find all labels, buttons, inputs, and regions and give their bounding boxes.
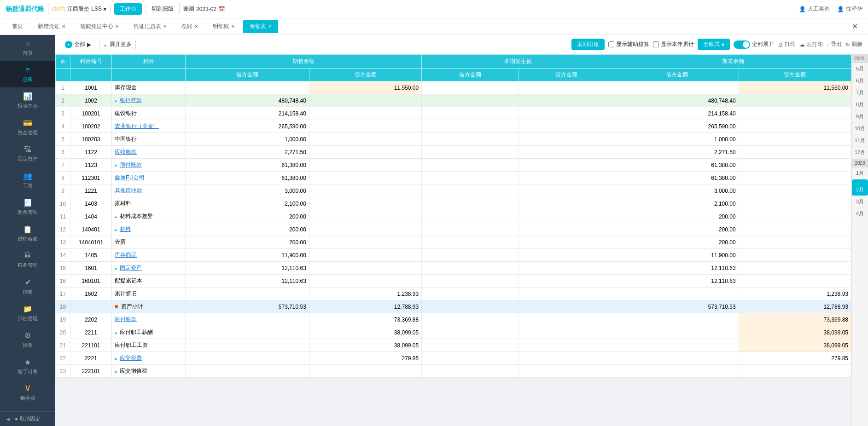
period-month-9[interactable]: 9月	[852, 111, 868, 123]
ytd-input[interactable]	[653, 41, 659, 47]
period-month-5[interactable]: 5月	[852, 63, 868, 75]
expand-icon[interactable]: ▴	[115, 214, 118, 219]
print-button[interactable]: 🖨 打印	[778, 40, 796, 48]
period-month-10[interactable]: 10月	[852, 123, 868, 135]
sidebar-item-settings[interactable]: ⚙ 设置	[0, 327, 55, 353]
tab-smart-center-close[interactable]: ✕	[115, 24, 119, 29]
calendar-icon[interactable]: 📅	[218, 6, 225, 12]
sidebar-item-new-guide[interactable]: ★ 新手引导	[0, 353, 55, 380]
cell-name[interactable]: 库存商品	[112, 249, 186, 262]
cell-amount	[739, 120, 851, 133]
tab-voucher-summary-close[interactable]: ✕	[163, 24, 167, 29]
cell-name[interactable]: ▴ 预付账款	[112, 159, 186, 172]
cell-amount: 73,369.88	[739, 313, 851, 326]
expand-icon[interactable]: ▴	[115, 368, 118, 374]
sidebar-item-home[interactable]: ⌂ 首页	[0, 35, 55, 61]
table-area: ⚙ 科目编号 科目 期初余额 本期发生额 期末余额 借方金额	[55, 54, 851, 426]
tab-general-ledger-close[interactable]: ✕	[194, 24, 198, 29]
tab-detail-ledger[interactable]: 明细账 ✕	[206, 20, 241, 33]
sidebar-item-new-guide-label: 新手引导	[17, 368, 38, 375]
tab-voucher-summary[interactable]: 凭证汇总表 ✕	[127, 20, 173, 33]
cell-name[interactable]: 鑫属EU公司	[112, 172, 186, 184]
sidebar-item-tax-mgmt[interactable]: 🏛 税务管理	[0, 247, 55, 273]
ytd-checkbox[interactable]: 显示本年累计	[653, 40, 694, 48]
company-selector[interactable]: (劳前) 江西股垒-LSS ▾	[48, 4, 111, 14]
period-month-12[interactable]: 12月	[852, 147, 868, 159]
sidebar-item-general-ledger[interactable]: ≡ 总账	[0, 61, 55, 87]
cloud-print-button[interactable]: ☁ 云打印	[799, 40, 823, 48]
cell-amount	[422, 197, 518, 210]
sidebar-item-payroll[interactable]: 👥 工资	[0, 167, 55, 194]
cell-name[interactable]: ▴ 材料	[112, 223, 186, 236]
period-month-6[interactable]: 6月	[852, 75, 868, 87]
helper-accounting-checkbox[interactable]: 显示辅助核算	[608, 40, 649, 48]
helper-accounting-input[interactable]	[608, 41, 614, 47]
expand-button[interactable]: ⌄ 展开更多	[99, 39, 136, 50]
period-month-7[interactable]: 7月	[852, 87, 868, 99]
period-year-2023-top[interactable]: 2023.	[852, 54, 868, 63]
user-name[interactable]: 👤 徐泽华	[837, 5, 862, 13]
cell-amount	[739, 184, 851, 197]
period-year-2023-bottom[interactable]: 2023	[852, 159, 868, 167]
cell-amount: 61,380.00	[186, 159, 309, 172]
return-old-version-button[interactable]: 返回旧版	[571, 39, 605, 50]
workbench-button[interactable]: 工作台	[114, 3, 142, 15]
cell-name[interactable]: 应付账款	[112, 313, 186, 326]
sidebar-item-member[interactable]: V 畅会员	[0, 380, 55, 406]
tab-new-voucher-close[interactable]: ✕	[62, 24, 65, 29]
cell-name[interactable]: ▴ 应交税费	[112, 352, 186, 365]
tab-new-voucher[interactable]: 新增凭证 ✕	[31, 20, 72, 33]
user-service[interactable]: 👤 人工咨询	[799, 5, 830, 13]
cell-amount: 2,100.00	[186, 197, 309, 210]
export-button[interactable]: ↓ 导出	[827, 40, 842, 48]
sidebar-item-settlement[interactable]: ✔ 结账	[0, 273, 55, 300]
sidebar-unpin-button[interactable]: ◄ ◄ 取消固定	[0, 412, 55, 426]
period-month-8[interactable]: 8月	[852, 99, 868, 111]
cell-name[interactable]: 应收账款	[112, 146, 186, 159]
sidebar-item-purchase-ledger[interactable]: 📋 进销台账	[0, 220, 55, 247]
old-version-button[interactable]: 切到旧版	[146, 3, 180, 15]
sidebar-item-invoice-mgmt[interactable]: 🧾 发票管理	[0, 194, 55, 220]
toggle-switch[interactable]	[734, 40, 750, 49]
sidebar-item-archive-mgmt[interactable]: 📁 归档管理	[0, 300, 55, 327]
sidebar-item-fixed-assets[interactable]: 🏗 固定资产	[0, 141, 55, 167]
tab-home[interactable]: 首页	[6, 20, 29, 33]
cell-name[interactable]: ▴ 银行存款	[112, 94, 186, 107]
expand-icon[interactable]: ▴	[115, 162, 118, 167]
cell-name: ■ 资产小计	[112, 300, 186, 313]
tab-smart-center[interactable]: 智能凭证中心 ✕	[74, 20, 125, 33]
cell-amount	[615, 326, 739, 339]
archive-icon: 📁	[23, 305, 32, 313]
period-month-2[interactable]: 2月	[852, 179, 868, 196]
cloud-print-label: 云打印	[806, 40, 823, 48]
expand-icon[interactable]: ▴	[115, 330, 118, 335]
expand-icon[interactable]: ▴	[115, 98, 118, 103]
refresh-button[interactable]: ↻ 刷新	[845, 40, 862, 48]
cell-name: 原材料	[112, 197, 186, 210]
period-month-1[interactable]: 1月	[852, 167, 868, 179]
full-style-button[interactable]: 全账式 ▾	[698, 39, 730, 50]
nav-close-all-button[interactable]: ✕	[847, 19, 862, 34]
cell-name[interactable]: 其他应收款	[112, 184, 186, 197]
tab-balance-sheet[interactable]: 余额表 ✕	[243, 20, 278, 33]
cell-name[interactable]: ▴ 固定资产	[112, 262, 186, 275]
period-month-3[interactable]: 3月	[852, 196, 868, 208]
expand-icon[interactable]: ▴	[115, 265, 118, 271]
tab-general-ledger[interactable]: 总账 ✕	[175, 20, 204, 33]
tab-balance-sheet-close[interactable]: ✕	[268, 24, 272, 29]
sidebar: ⌂ 首页 ≡ 总账 📊 报表中心 💳 资金管理 🏗 固定资产 👥 工资 🧾 发票…	[0, 35, 55, 426]
cell-amount: 12,110.63	[615, 262, 739, 275]
expand-icon[interactable]: ▴	[115, 356, 118, 361]
tab-detail-ledger-close[interactable]: ✕	[231, 24, 235, 29]
filter-all-button[interactable]: ● 全部 ▶	[61, 39, 95, 50]
period-month-11[interactable]: 11月	[852, 135, 868, 147]
cell-name: 建设银行	[112, 107, 186, 120]
cell-amount	[518, 365, 615, 378]
expand-icon[interactable]: ▴	[115, 227, 118, 232]
cell-name[interactable]: 农业银行（美金）	[112, 120, 186, 133]
sidebar-item-fund-mgmt[interactable]: 💳 资金管理	[0, 114, 55, 141]
expand-all-toggle[interactable]: 全部展开	[734, 40, 774, 49]
sidebar-item-report-center[interactable]: 📊 报表中心	[0, 87, 55, 114]
period-month-4[interactable]: 4月	[852, 208, 868, 220]
gear-icon[interactable]: ⚙	[60, 58, 65, 65]
